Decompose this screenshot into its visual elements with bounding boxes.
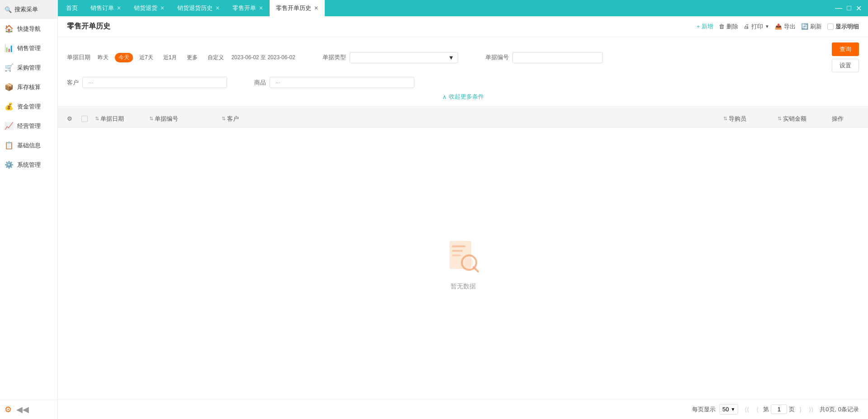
tab-sales-return-history[interactable]: 销货退货历史 ✕ [171, 0, 226, 16]
tab-sales-return-history-close[interactable]: ✕ [215, 5, 220, 11]
customer-select[interactable]: ··· [82, 77, 227, 88]
next-page-btn[interactable]: ⟩ [797, 405, 804, 414]
purchase-icon: 🛒 [5, 63, 14, 72]
sales-icon: 📊 [5, 44, 14, 52]
tab-retail-open[interactable]: 零售开单 ✕ [226, 0, 270, 16]
per-page-value: 50 [722, 406, 729, 413]
date-option-more[interactable]: 更多 [183, 53, 201, 62]
date-option-7days[interactable]: 近7天 [136, 53, 157, 62]
th-date: ⇅ 单据日期 [91, 115, 146, 123]
tab-retail-history-close[interactable]: ✕ [314, 5, 318, 11]
display-cols-toggle[interactable]: 显示明细 [827, 23, 859, 31]
tab-retail-open-close[interactable]: ✕ [259, 5, 263, 11]
system-icon: ⚙️ [5, 160, 14, 169]
collapse-button[interactable]: ∧ 收起更多条件 [442, 93, 484, 101]
sidebar-item-sales-mgmt[interactable]: 📊 销售管理 [0, 38, 57, 58]
page-input[interactable] [771, 405, 787, 414]
date-option-1month[interactable]: 近1月 [160, 53, 181, 62]
sidebar-item-quick-nav[interactable]: 🏠 快捷导航 [0, 19, 57, 38]
number-input[interactable] [512, 52, 603, 63]
type-select-chevron: ▼ [448, 54, 454, 61]
type-select[interactable]: ▼ [350, 52, 458, 63]
print-button[interactable]: 🖨 打印 ▼ [744, 23, 769, 31]
tab-sales-return-label: 销货退货 [134, 4, 157, 12]
tab-sales-return[interactable]: 销货退货 ✕ [128, 0, 171, 16]
empty-icon [443, 236, 484, 277]
tab-retail-open-label: 零售开单 [232, 4, 256, 12]
finance-icon: 💰 [5, 102, 14, 111]
export-button[interactable]: 📤 导出 [775, 23, 796, 31]
tab-home-label: 首页 [66, 4, 78, 12]
type-filter-label: 单据类型 [323, 53, 346, 61]
basic-info-icon: 📋 [5, 141, 14, 150]
print-chevron-icon: ▼ [765, 24, 769, 29]
page-title: 零售开单历史 [67, 22, 110, 31]
sidebar-item-purchase-mgmt[interactable]: 🛒 采购管理 [0, 58, 57, 77]
th-guide-sort-icon[interactable]: ⇅ [723, 116, 727, 122]
sidebar-item-label: 经营管理 [17, 122, 41, 130]
goods-select-placeholder: ··· [274, 79, 282, 86]
collapse-sidebar-icon[interactable]: ◀◀ [16, 405, 29, 414]
number-filter: 单据编号 [485, 52, 603, 63]
total-records: 共0页, 0条记录 [820, 405, 859, 414]
settings-bottom-icon[interactable]: ⚙ [5, 405, 12, 414]
svg-rect-1 [452, 245, 465, 247]
tab-sales-order-label: 销售订单 [90, 4, 114, 12]
number-filter-label: 单据编号 [485, 53, 509, 61]
sidebar-item-inventory[interactable]: 📦 库存核算 [0, 77, 57, 97]
collapse-icon: ∧ [442, 94, 447, 100]
per-page-select[interactable]: 50 ▼ [719, 404, 738, 414]
th-sort-icon[interactable]: ⇅ [95, 116, 99, 122]
th-amount-sort-icon[interactable]: ⇅ [778, 116, 782, 122]
print-icon: 🖨 [744, 23, 749, 30]
pagination: 每页显示 50 ▼ ⟨⟨ ⟨ 第 页 ⟩ ⟩⟩ 共0页, 0条记录 [58, 399, 868, 419]
date-option-custom[interactable]: 自定义 [204, 53, 228, 62]
tab-bar: 首页 销售订单 ✕ 销货退货 ✕ 销货退货历史 ✕ 零售开单 ✕ 零售开单历史 … [58, 0, 868, 16]
tab-retail-history[interactable]: 零售开单历史 ✕ [270, 0, 325, 16]
table-area: ⚙ ⇅ 单据日期 ⇅ 单据编号 ⇅ 客户 ⇅ 导购员 [58, 110, 868, 399]
th-number-label: 单据编号 [155, 115, 178, 123]
window-minimize-icon[interactable]: — [835, 4, 842, 12]
sidebar-search[interactable]: 🔍 搜索采单 [0, 0, 57, 19]
date-option-today[interactable]: 今天 [115, 53, 133, 62]
inventory-icon: 📦 [5, 83, 14, 91]
date-option-yesterday[interactable]: 昨天 [94, 53, 112, 62]
goods-select[interactable]: ··· [270, 77, 414, 88]
tab-sales-order[interactable]: 销售订单 ✕ [84, 0, 128, 16]
filter-action-buttons: 查询 设置 [832, 42, 859, 72]
table-select-all[interactable] [78, 116, 91, 122]
th-customer-sort-icon[interactable]: ⇅ [222, 116, 226, 122]
tab-sales-order-close[interactable]: ✕ [117, 5, 121, 11]
first-page-btn[interactable]: ⟨⟨ [742, 405, 752, 414]
sidebar-item-system-mgmt[interactable]: ⚙️ 系统管理 [0, 155, 57, 174]
tab-home[interactable]: 首页 [60, 0, 84, 16]
last-page-btn[interactable]: ⟩⟩ [806, 405, 816, 414]
setting-button[interactable]: 设置 [832, 59, 859, 72]
window-close-icon[interactable]: ✕ [856, 4, 862, 13]
sidebar-item-basic-info[interactable]: 📋 基础信息 [0, 136, 57, 155]
display-cols-checkbox[interactable] [827, 24, 834, 30]
window-maximize-icon[interactable]: □ [847, 4, 851, 12]
th-customer-label: 客户 [227, 115, 239, 123]
query-button[interactable]: 查询 [832, 42, 859, 56]
sidebar-item-operations[interactable]: 📈 经营管理 [0, 116, 57, 136]
refresh-button[interactable]: 🔄 刷新 [801, 23, 822, 31]
sidebar-item-label: 系统管理 [17, 161, 41, 169]
svg-line-6 [474, 267, 478, 272]
per-page-chevron: ▼ [730, 407, 735, 412]
th-number-sort-icon[interactable]: ⇅ [149, 116, 153, 122]
sidebar-item-label: 资金管理 [17, 103, 41, 111]
delete-button[interactable]: 🗑 删除 [719, 23, 738, 31]
prev-page-btn[interactable]: ⟨ [754, 405, 761, 414]
tab-sales-return-close[interactable]: ✕ [160, 5, 165, 11]
date-range-text: 2023-06-02 至 2023-06-02 [231, 54, 295, 61]
table-settings-icon[interactable]: ⚙ [62, 115, 78, 122]
select-all-checkbox[interactable] [81, 116, 88, 122]
sidebar-item-finance[interactable]: 💰 资金管理 [0, 97, 57, 116]
add-button[interactable]: + 新增 [697, 23, 713, 31]
refresh-label: 刷新 [810, 23, 822, 31]
sidebar-item-label: 销售管理 [17, 44, 41, 52]
customer-select-placeholder: ··· [86, 79, 95, 86]
toolbar: + 新增 🗑 删除 🖨 打印 ▼ 📤 导出 🔄 刷新 [697, 23, 859, 31]
home-icon: 🏠 [5, 24, 14, 33]
